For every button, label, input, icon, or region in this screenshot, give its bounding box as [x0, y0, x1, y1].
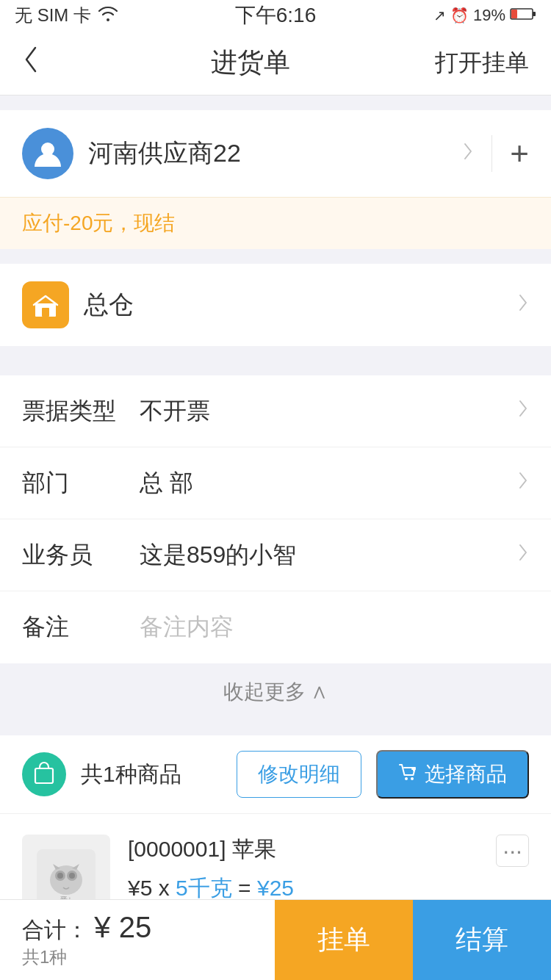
wifi-icon: [97, 5, 119, 26]
department-row[interactable]: 部门 总 部: [0, 447, 551, 519]
products-header: 共1种商品 修改明细 选择商品: [0, 735, 551, 813]
svg-rect-2: [511, 10, 517, 18]
supplier-name: 河南供应商22: [88, 137, 462, 170]
back-button[interactable]: [22, 45, 66, 81]
total-section: 合计： ¥ 25 共1种: [0, 911, 275, 969]
total-label: 合计：: [22, 918, 88, 942]
warehouse-name: 总仓: [84, 288, 517, 322]
svg-rect-6: [35, 768, 53, 783]
edit-detail-button[interactable]: 修改明细: [237, 751, 361, 798]
collapse-label: 收起更多 ∧: [223, 680, 328, 703]
collapse-bar[interactable]: 收起更多 ∧: [0, 663, 551, 721]
notes-row[interactable]: 备注 备注内容: [0, 591, 551, 663]
product-quantity: 5千克: [176, 876, 232, 900]
open-hang-button[interactable]: 打开挂单: [435, 47, 529, 79]
salesperson-label: 业务员: [22, 539, 140, 572]
ticket-type-chevron-icon: [517, 397, 529, 425]
salesperson-chevron-icon: [517, 541, 529, 569]
ticket-type-label: 票据类型: [22, 395, 140, 428]
department-label: 部门: [22, 467, 140, 500]
svg-point-8: [411, 777, 414, 780]
supplier-chevron-icon: [462, 140, 474, 167]
nav-bar: 进货单 打开挂单: [0, 31, 551, 96]
product-more-button[interactable]: ···: [496, 835, 529, 867]
department-chevron-icon: [517, 469, 529, 497]
page-title: 进货单: [211, 45, 290, 81]
department-value: 总 部: [140, 467, 517, 500]
product-name: [0000001] 苹果: [128, 835, 478, 865]
bottom-bar: 合计： ¥ 25 共1种 挂单 结算: [0, 899, 551, 980]
svg-rect-1: [533, 12, 536, 16]
status-bar: 无 SIM 卡 下午6:16 ↗ ⏰ 19%: [0, 0, 551, 31]
svg-point-13: [57, 873, 63, 879]
supplier-section: 河南供应商22 + 应付-20元，现结: [0, 110, 551, 249]
hang-button[interactable]: 挂单: [275, 900, 413, 981]
product-title: 苹果: [232, 837, 276, 861]
equals-sign: =: [238, 876, 257, 900]
svg-point-10: [50, 865, 82, 895]
total-row: 合计： ¥ 25: [22, 911, 253, 945]
product-info: [0000001] 苹果 ¥5 x 5千克 = ¥25: [128, 835, 478, 904]
supplier-row[interactable]: 河南供应商22 +: [0, 110, 551, 197]
total-amount: ¥ 25: [94, 911, 151, 943]
ticket-type-row[interactable]: 票据类型 不开票: [0, 375, 551, 447]
form-section: 票据类型 不开票 部门 总 部 业务员 这是859的小智 备注 备注内容: [0, 361, 551, 663]
checkout-button[interactable]: 结算: [413, 900, 551, 981]
salesperson-value: 这是859的小智: [140, 539, 517, 572]
select-product-button[interactable]: 选择商品: [376, 750, 529, 799]
product-total: ¥25: [257, 876, 294, 900]
alarm-icon: ⏰: [450, 7, 469, 24]
supplier-avatar: [22, 128, 73, 179]
total-sub: 共1种: [22, 945, 253, 969]
svg-rect-5: [42, 308, 49, 317]
battery-percent: 19%: [473, 6, 505, 25]
notes-input[interactable]: 备注内容: [140, 611, 529, 644]
select-product-label: 选择商品: [425, 760, 507, 788]
battery-icon: [510, 6, 536, 25]
product-id: [0000001]: [128, 837, 226, 861]
add-supplier-button[interactable]: +: [510, 135, 529, 172]
no-sim-text: 无 SIM 卡: [15, 4, 91, 27]
section-gap-3: [0, 721, 551, 735]
products-count-icon: [22, 752, 66, 796]
warehouse-chevron-icon: [517, 292, 529, 319]
status-time: 下午6:16: [235, 1, 317, 29]
section-gap-1: [0, 96, 551, 110]
svg-point-14: [69, 873, 75, 879]
warehouse-icon: [22, 281, 69, 328]
notice-bar: 应付-20元，现结: [0, 197, 551, 249]
products-count-text: 共1种商品: [81, 760, 222, 790]
supplier-divider: [491, 135, 492, 172]
ticket-type-value: 不开票: [140, 395, 517, 428]
price-separator: x: [159, 876, 176, 900]
product-unit-price: ¥5: [128, 876, 152, 900]
svg-point-7: [405, 777, 408, 780]
salesperson-row[interactable]: 业务员 这是859的小智: [0, 519, 551, 591]
notes-label: 备注: [22, 611, 140, 644]
warehouse-section[interactable]: 总仓: [0, 264, 551, 346]
location-icon: ↗: [433, 7, 446, 24]
cart-icon: [398, 763, 419, 786]
